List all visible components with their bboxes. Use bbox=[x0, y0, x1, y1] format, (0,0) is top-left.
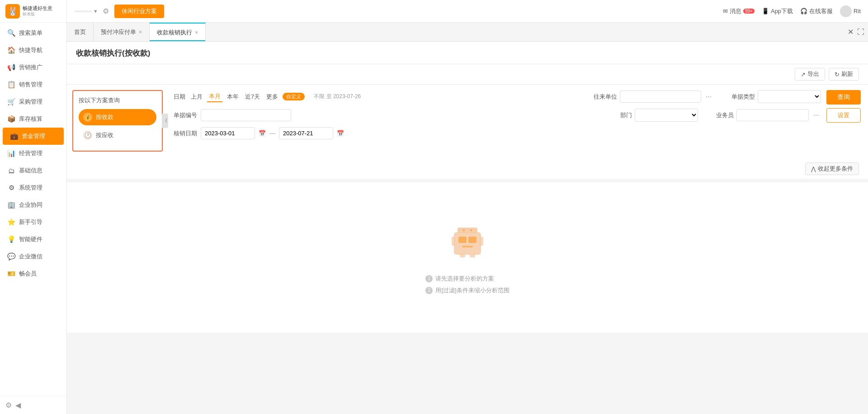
nav-icon-10: 🏢 bbox=[7, 201, 15, 209]
sidebar-item-企业微信[interactable]: 💬企业微信 bbox=[0, 248, 66, 265]
date-this-month[interactable]: 本月 bbox=[207, 91, 222, 102]
tab-writeoff[interactable]: 收款核销执行 × bbox=[150, 23, 206, 41]
svg-rect-9 bbox=[460, 254, 465, 257]
svg-point-5 bbox=[463, 229, 465, 231]
dept-label: 部门 bbox=[620, 111, 632, 119]
empty-illustration bbox=[445, 219, 490, 264]
salesperson-ellipsis[interactable]: ··· bbox=[811, 111, 821, 119]
empty-step-2-text: 用[过滤]条件来缩小分析范围 bbox=[435, 285, 509, 296]
settings-icon[interactable]: ⚙ bbox=[5, 401, 12, 409]
sidebar-item-系统管理[interactable]: ⚙系统管理 bbox=[0, 179, 66, 196]
solution-button[interactable]: 休闲行业方案 bbox=[114, 5, 164, 18]
headset-icon: 🎧 bbox=[800, 8, 807, 14]
writeoff-start-date[interactable] bbox=[201, 127, 255, 139]
nav-icon-6: 💼 bbox=[10, 132, 18, 140]
counterpart-ellipsis[interactable]: ··· bbox=[704, 93, 713, 101]
sidebar-item-快捷导航[interactable]: 🏠快捷导航 bbox=[0, 42, 66, 59]
refresh-icon: ↻ bbox=[835, 71, 840, 78]
app-download-item[interactable]: 📱 App下载 bbox=[762, 7, 793, 15]
date-last-month[interactable]: 上月 bbox=[189, 92, 204, 102]
topbar-brand: ▾ bbox=[74, 8, 97, 14]
export-button[interactable]: ↗ 导出 bbox=[795, 68, 825, 81]
sidebar-item-资金管理[interactable]: 💼资金管理 bbox=[3, 128, 64, 145]
nav-icon-14: 🎫 bbox=[7, 270, 15, 278]
nav-icon-8: 🗂 bbox=[7, 167, 15, 175]
collapse-more-row: ⋀ 收起更多条件 bbox=[67, 161, 868, 179]
user-item[interactable]: Rit bbox=[840, 5, 861, 17]
sidebar-logo: 🐰 畅捷通好生意 标准版 bbox=[0, 0, 66, 23]
message-item[interactable]: ✉ 消息 99+ bbox=[723, 7, 755, 15]
nav-label-5: 库存核算 bbox=[19, 115, 42, 123]
logo-icon: 🐰 bbox=[5, 4, 20, 19]
salesperson-input[interactable] bbox=[736, 109, 809, 121]
sidebar-item-库存核算[interactable]: 📦库存核算 bbox=[0, 110, 66, 128]
collapse-more-button[interactable]: ⋀ 收起更多条件 bbox=[805, 162, 859, 175]
svg-rect-2 bbox=[468, 237, 476, 243]
step-2-num: 2 bbox=[425, 287, 433, 294]
maximize-button[interactable]: ⛶ bbox=[857, 28, 864, 36]
filter-option-by-receivable-label: 按应收 bbox=[96, 131, 113, 139]
counterpart-input[interactable] bbox=[620, 90, 701, 103]
date-no-limit: 不限 至 2023-07-26 bbox=[314, 93, 361, 100]
empty-step-1-text: 请先选择要分析的方案 bbox=[435, 273, 494, 285]
sidebar-item-经营管理[interactable]: 📊经营管理 bbox=[0, 145, 66, 162]
sidebar-item-企业协同[interactable]: 🏢企业协同 bbox=[0, 196, 66, 214]
filter-sidebar-collapse[interactable]: 《 bbox=[162, 114, 168, 128]
nav-icon-13: 💬 bbox=[7, 252, 15, 261]
doc-type-label: 单据类型 bbox=[731, 93, 755, 101]
receivable-icon: 🕐 bbox=[83, 131, 92, 140]
nav-icon-5: 📦 bbox=[7, 115, 15, 123]
nav-label-8: 基础信息 bbox=[19, 167, 42, 175]
nav-label-14: 畅会员 bbox=[19, 270, 37, 278]
sidebar-item-销售管理[interactable]: 📋销售管理 bbox=[0, 76, 66, 93]
date-subtitle: 不限 至 2023-07-26 bbox=[314, 93, 361, 100]
filter-option-by-receivable[interactable]: 🕐 按应收 bbox=[79, 127, 156, 143]
nav-label-13: 企业微信 bbox=[19, 252, 42, 261]
sidebar-item-智能硬件[interactable]: 💡智能硬件 bbox=[0, 231, 66, 248]
svg-rect-1 bbox=[458, 237, 467, 243]
query-button[interactable]: 查询 bbox=[826, 90, 861, 105]
collapse-sidebar-icon[interactable]: ◀ bbox=[15, 401, 21, 409]
sidebar-item-新手引导[interactable]: ⭐新手引导 bbox=[0, 214, 66, 231]
phone-icon: 📱 bbox=[762, 8, 769, 14]
sidebar-item-搜索菜单[interactable]: 🔍搜索菜单 bbox=[0, 24, 66, 42]
doc-type-select[interactable] bbox=[758, 90, 821, 103]
form-row-3: 核销日期 📅 — 📅 bbox=[174, 127, 821, 139]
tab-home[interactable]: 首页 bbox=[67, 23, 94, 41]
writeoff-start-calendar-icon[interactable]: 📅 bbox=[259, 130, 266, 137]
sidebar-nav: 🔍搜索菜单🏠快捷导航📢营销推广📋销售管理🛒采购管理📦库存核算💼资金管理📊经营管理… bbox=[0, 23, 66, 396]
date-7days[interactable]: 近7天 bbox=[243, 92, 262, 102]
date-range-separator: — bbox=[269, 130, 275, 137]
gear-icon[interactable]: ⚙ bbox=[103, 7, 109, 15]
doc-no-input[interactable] bbox=[201, 109, 291, 121]
sidebar-item-基础信息[interactable]: 🗂基础信息 bbox=[0, 162, 66, 179]
date-more[interactable]: 更多 bbox=[264, 92, 280, 102]
setting-button[interactable]: 设置 bbox=[826, 108, 861, 123]
dept-select[interactable] bbox=[635, 109, 698, 122]
writeoff-end-calendar-icon[interactable]: 📅 bbox=[337, 130, 344, 137]
sidebar-item-畅会员[interactable]: 🎫畅会员 bbox=[0, 265, 66, 282]
empty-steps: 1 请先选择要分析的方案 2 用[过滤]条件来缩小分析范围 bbox=[425, 273, 509, 296]
online-service-item[interactable]: 🎧 在线客服 bbox=[800, 7, 833, 15]
writeoff-end-date[interactable] bbox=[279, 127, 333, 139]
tab-prepay-close[interactable]: × bbox=[139, 29, 142, 35]
nav-icon-4: 🛒 bbox=[7, 98, 15, 106]
refresh-button[interactable]: ↻ 刷新 bbox=[829, 68, 859, 81]
sidebar-item-营销推广[interactable]: 📢营销推广 bbox=[0, 59, 66, 76]
counterpart-label: 往来单位 bbox=[594, 93, 617, 101]
writeoff-date-field: 核销日期 📅 — 📅 bbox=[174, 127, 344, 139]
date-this-year[interactable]: 本年 bbox=[225, 92, 241, 102]
nav-label-2: 营销推广 bbox=[19, 63, 42, 71]
close-tab-button[interactable]: ✕ bbox=[848, 28, 854, 36]
date-label: 日期 bbox=[174, 93, 185, 101]
filter-option-by-receipt[interactable]: 💰 按收款 bbox=[79, 109, 156, 125]
nav-icon-7: 📊 bbox=[7, 149, 15, 157]
tabbar-actions: ✕ ⛶ bbox=[848, 28, 868, 36]
sidebar-item-采购管理[interactable]: 🛒采购管理 bbox=[0, 93, 66, 110]
form-row-1: 日期 上月 本月 本年 近7天 更多 自定义 不限 至 2023-07-26 bbox=[174, 90, 821, 103]
chevron-down-icon[interactable]: ▾ bbox=[94, 8, 97, 14]
topbar-right: ✉ 消息 99+ 📱 App下载 🎧 在线客服 Rit bbox=[723, 5, 861, 17]
tab-writeoff-close[interactable]: × bbox=[195, 29, 198, 36]
nav-icon-12: 💡 bbox=[7, 235, 15, 243]
tab-prepay[interactable]: 预付冲应付单 × bbox=[94, 23, 150, 41]
